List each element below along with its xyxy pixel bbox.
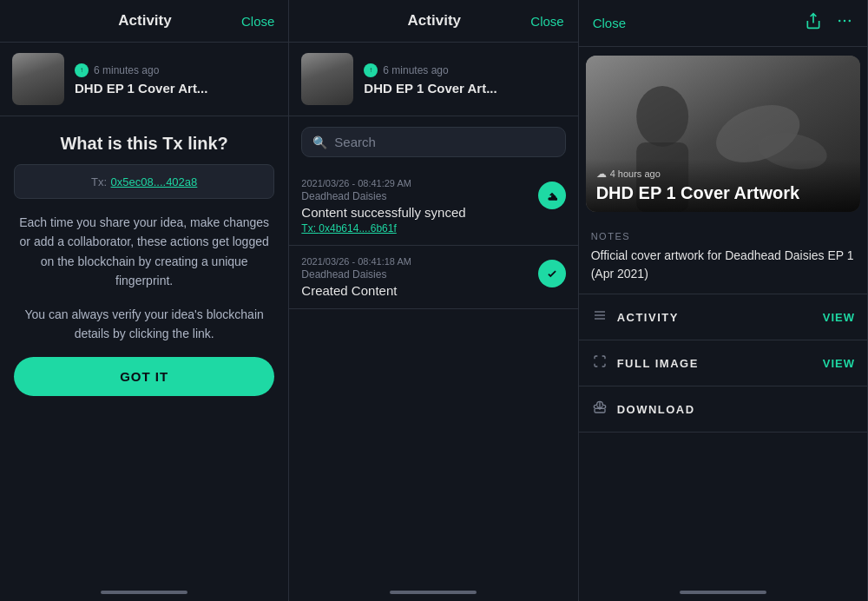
activity-description: Created Content [301, 283, 537, 298]
fullimage-action-row[interactable]: FULL IMAGE VIEW [579, 340, 867, 386]
activity-timestamp: 2021/03/26 - 08:41:29 AM [301, 178, 537, 188]
tx-box: Tx: 0x5ec08....402a8 [14, 164, 274, 199]
expand-icon [591, 354, 608, 372]
card-thumbnail [12, 53, 64, 105]
download-label: DOWNLOAD [617, 403, 695, 416]
activity-item-content: 2021/03/26 - 08:41:18 AM Deadhead Daisie… [301, 256, 537, 298]
card-thumbnail [301, 53, 353, 105]
card-time: 6 minutes ago [383, 64, 448, 76]
panel1-header: Activity Close [0, 0, 288, 43]
activity-check-icon [538, 260, 566, 287]
info-text-2: You can always verify your idea's blockc… [0, 305, 288, 344]
info-text-1: Each time you share your idea, make chan… [0, 213, 288, 291]
panel-activity-list: Activity Close ↑ 6 minutes ago DHD EP 1 … [289, 0, 578, 601]
download-action-row[interactable]: DOWNLOAD [579, 386, 867, 433]
got-it-button[interactable]: GOT IT [14, 357, 274, 396]
activity-item: 2021/03/26 - 08:41:29 AM Deadhead Daisie… [289, 168, 577, 246]
cover-overlay: ☁ 4 hours ago DHD EP 1 Cover Artwork [586, 159, 860, 212]
activity-artist: Deadhead Daisies [301, 268, 537, 281]
search-icon: 🔍 [312, 135, 327, 149]
bottom-bar [390, 591, 477, 594]
panel-file-detail: Close [579, 0, 868, 601]
thumbnail-image [301, 53, 353, 105]
notes-text: Official cover artwork for Deadhead Dais… [591, 247, 855, 283]
fullimage-label: FULL IMAGE [617, 357, 699, 370]
cloud-sync-icon: ↑ [364, 63, 378, 77]
search-placeholder[interactable]: Search [334, 135, 554, 149]
more-options-icon[interactable] [836, 12, 853, 34]
card-meta: ↑ 6 minutes ago [364, 63, 565, 77]
cloud-sync-icon: ↑ [75, 63, 89, 77]
panel3-close[interactable]: Close [593, 16, 626, 30]
notes-section: NOTES Official cover artwork for Deadhea… [579, 221, 867, 294]
cover-title: DHD EP 1 Cover Artwork [596, 183, 850, 203]
fullimage-view-link[interactable]: VIEW [823, 357, 855, 370]
card-title: DHD EP 1 Cover Art... [364, 81, 565, 96]
action-row-content: ACTIVITY [591, 308, 679, 326]
activity-tx-link[interactable]: Tx: 0x4b614....6b61f [301, 222, 537, 234]
svg-point-1 [844, 20, 846, 23]
activity-description: Content successfully synced [301, 205, 537, 220]
activity-cloud-icon [538, 182, 566, 209]
panel2-close[interactable]: Close [530, 14, 563, 29]
thumbnail-image [12, 53, 64, 105]
action-row-content: DOWNLOAD [591, 400, 695, 418]
card-info: ↑ 6 minutes ago DHD EP 1 Cover Art... [75, 63, 276, 96]
panel2-title: Activity [338, 12, 530, 30]
tx-value-small[interactable]: 0x4b614....6b61f [319, 222, 396, 234]
panel2-header: Activity Close [289, 0, 577, 43]
header-action-icons [805, 12, 853, 34]
action-row-content: FULL IMAGE [591, 354, 699, 372]
card-info: ↑ 6 minutes ago DHD EP 1 Cover Art... [364, 63, 565, 96]
activity-artist: Deadhead Daisies [301, 190, 537, 202]
list-icon [591, 308, 608, 326]
panel-tx-explanation: Activity Close ↑ 6 minutes ago DHD EP 1 … [0, 0, 289, 601]
card-meta: ↑ 6 minutes ago [75, 63, 276, 77]
panel3-header: Close [579, 0, 867, 47]
panel1-card: ↑ 6 minutes ago DHD EP 1 Cover Art... [0, 43, 288, 116]
activity-action-row[interactable]: ACTIVITY VIEW [579, 294, 867, 340]
bottom-bar [680, 591, 766, 594]
svg-point-2 [849, 20, 852, 23]
activity-list: 2021/03/26 - 08:41:29 AM Deadhead Daisie… [289, 168, 577, 309]
search-bar[interactable]: 🔍 Search [301, 127, 565, 157]
tx-value[interactable]: 0x5ec08....402a8 [111, 175, 198, 188]
activity-item-content: 2021/03/26 - 08:41:29 AM Deadhead Daisie… [301, 178, 537, 234]
activity-label: ACTIVITY [617, 311, 679, 324]
panel1-title: Activity [49, 12, 241, 30]
notes-label: NOTES [591, 231, 855, 241]
panel1-close[interactable]: Close [241, 14, 274, 29]
card-time: 6 minutes ago [94, 64, 159, 76]
download-icon [591, 400, 608, 418]
card-title: DHD EP 1 Cover Art... [75, 81, 276, 96]
cover-image: ☁ 4 hours ago DHD EP 1 Cover Artwork [586, 56, 860, 212]
tx-label-small: Tx: [301, 222, 316, 234]
cover-time: ☁ 4 hours ago [596, 168, 850, 180]
modal-title: What is this Tx link? [0, 116, 288, 164]
activity-timestamp: 2021/03/26 - 08:41:18 AM [301, 256, 537, 267]
panel2-card: ↑ 6 minutes ago DHD EP 1 Cover Art... [289, 43, 577, 116]
cloud-icon-cover: ☁ [596, 168, 607, 180]
activity-view-link[interactable]: VIEW [823, 311, 855, 324]
svg-point-4 [636, 86, 688, 147]
tx-label: Tx: [91, 175, 107, 188]
panel1-content: What is this Tx link? Tx: 0x5ec08....402… [0, 116, 288, 601]
svg-point-0 [838, 20, 841, 23]
share-icon[interactable] [805, 12, 822, 34]
activity-item: 2021/03/26 - 08:41:18 AM Deadhead Daisie… [289, 246, 577, 309]
bottom-bar [101, 591, 187, 594]
